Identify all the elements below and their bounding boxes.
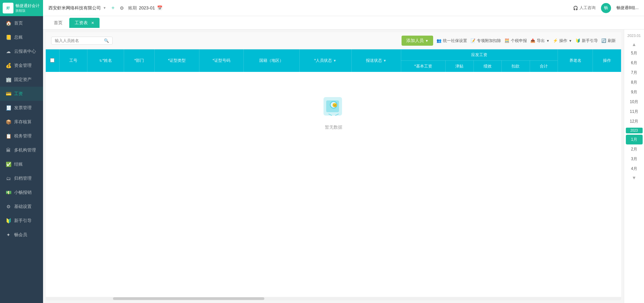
th-status: *人员状态 ▼ — [299, 49, 351, 72]
guide-toolbar-icon: 🔰 — [575, 38, 580, 43]
ledger-icon: 📒 — [5, 35, 11, 40]
th-dept: *部门 — [124, 49, 155, 72]
user-avatar: 畅 — [601, 3, 611, 13]
company-settings-icon[interactable]: ⚙ — [120, 5, 124, 11]
report-filter-icon[interactable]: ▼ — [383, 59, 386, 62]
sidebar-item-salary[interactable]: 💳 工资 — [0, 87, 43, 101]
sidebar-item-cloud-report[interactable]: ☁ 云报表中心 — [0, 44, 43, 58]
sidebar-item-tax[interactable]: 📋 税务管理 — [0, 129, 43, 143]
search-wrap[interactable]: 🔍 — [51, 37, 113, 45]
timeline-month-12[interactable]: 12月 — [626, 117, 643, 126]
page-wrapper: 🔍 添加人员 ▼ 👥 统一社保设置 📝 专项附加扣除 — [43, 30, 644, 303]
service-button[interactable]: 🎧 人工咨询 — [573, 5, 596, 11]
svg-text:😐: 😐 — [332, 102, 337, 107]
sidebar-item-guide[interactable]: 🔰 新手引导 — [0, 214, 43, 228]
invoice-icon: 🧾 — [5, 105, 11, 111]
sidebar-item-invoice[interactable]: 🧾 发票管理 — [0, 101, 43, 115]
social-security-icon: 👥 — [437, 38, 442, 43]
settle-icon: ✅ — [5, 162, 11, 167]
settings-icon: ⚙ — [5, 204, 11, 209]
special-deduction-icon: 📝 — [470, 38, 476, 43]
multi-org-icon: 🏛 — [5, 147, 11, 153]
timeline-month-9[interactable]: 9月 — [626, 87, 643, 97]
table-wrap: 工号 ⇅ *姓名 *部门 *证型类型 *证型号码 国籍（地区） — [46, 49, 621, 297]
sidebar-item-multi-org[interactable]: 🏛 多机构管理 — [0, 143, 43, 157]
status-filter-icon[interactable]: ▼ — [333, 59, 337, 62]
sidebar-item-inventory[interactable]: 📦 库存核算 — [0, 115, 43, 129]
timeline-month-2[interactable]: 2月 — [626, 144, 643, 154]
guide-button[interactable]: 🔰 新手引导 — [575, 38, 598, 44]
th-total: 合计 — [530, 61, 558, 72]
th-performance: 绩效 — [473, 61, 502, 72]
tab-close-icon[interactable]: ✕ — [91, 21, 94, 25]
table-scrollbar-thumb — [113, 297, 264, 300]
toolbar-right: 添加人员 ▼ 👥 统一社保设置 📝 专项附加扣除 🧮 个税申报 — [402, 36, 616, 46]
tab-home[interactable]: 首页 — [48, 18, 68, 28]
toolbar: 🔍 添加人员 ▼ 👥 统一社保设置 📝 专项附加扣除 — [46, 32, 621, 49]
th-deduction: 扣款 — [502, 61, 530, 72]
operations-button[interactable]: ⚡ 操作 ▼ — [553, 38, 572, 44]
social-security-button[interactable]: 👥 统一社保设置 — [437, 38, 467, 44]
th-id-type: *证型类型 — [155, 49, 199, 72]
tab-salary-table[interactable]: 工资表 ✕ — [69, 18, 100, 28]
export-arrow-icon: ▼ — [546, 39, 550, 43]
period-value: 2023-01 — [139, 5, 155, 10]
timeline-month-4[interactable]: 4月 — [626, 164, 643, 174]
logo-icon: 好 — [3, 3, 13, 13]
calendar-icon[interactable]: 📅 — [157, 5, 162, 10]
select-all-checkbox[interactable] — [50, 58, 54, 62]
inventory-icon: 📦 — [5, 119, 11, 125]
refresh-icon: 🔄 — [601, 38, 606, 43]
expense-icon: 💵 — [5, 190, 11, 195]
fund-icon: 💰 — [5, 63, 11, 68]
add-company-button[interactable]: ＋ — [110, 4, 116, 11]
sidebar-item-home[interactable]: 🏠 首页 — [0, 16, 43, 30]
timeline-month-11[interactable]: 11月 — [626, 107, 643, 117]
home-icon: 🏠 — [5, 20, 11, 26]
topbar-right: 🎧 人工咨询 畅 畅捷通B组... — [573, 3, 639, 13]
timeline-month-8[interactable]: 8月 — [626, 78, 643, 87]
export-button[interactable]: 📤 导出 ▼ — [530, 38, 550, 44]
personal-tax-icon: 🧮 — [504, 38, 509, 43]
timeline-month-1[interactable]: 1月 — [626, 135, 643, 144]
sidebar-item-member[interactable]: ✦ 畅会员 — [0, 228, 43, 242]
company-selector[interactable]: 西安虾米网络科技有限公司 ▼ — [48, 5, 106, 11]
timeline-panel: 2023.01 ▲ 5月 6月 7月 8月 9月 10月 11月 12月 202… — [624, 30, 644, 303]
operations-icon: ⚡ — [553, 38, 558, 43]
sidebar-item-ledger[interactable]: 📒 总账 — [0, 30, 43, 44]
sidebar-item-fund[interactable]: 💰 资金管理 — [0, 58, 43, 73]
timeline-month-7[interactable]: 7月 — [626, 68, 643, 78]
empty-state: 😐 暂无数据 — [46, 72, 621, 150]
add-person-button[interactable]: 添加人员 ▼ — [402, 36, 433, 46]
refresh-button[interactable]: 🔄 刷新 — [601, 38, 616, 44]
personal-tax-button[interactable]: 🧮 个税申报 — [504, 38, 527, 44]
timeline-month-3[interactable]: 3月 — [626, 154, 643, 164]
sidebar-item-fixed-assets[interactable]: 🏢 固定资产 — [0, 73, 43, 87]
timeline-month-6[interactable]: 6月 — [626, 58, 643, 68]
th-report-status: 报送状态 ▼ — [351, 49, 401, 72]
export-icon: 📤 — [530, 38, 535, 43]
sidebar-item-archive[interactable]: 🗂 归档管理 — [0, 171, 43, 185]
sidebar-item-expense[interactable]: 💵 小畅报销 — [0, 185, 43, 200]
th-pension: 养老名 — [558, 49, 593, 72]
th-name: ⇅ *姓名 — [87, 49, 124, 72]
empty-icon: 😐 — [320, 92, 347, 119]
table-header-top-row: 工号 ⇅ *姓名 *部门 *证型类型 *证型号码 国籍（地区） — [46, 49, 621, 61]
th-number: 工号 — [59, 49, 87, 72]
timeline-month-5[interactable]: 5月 — [626, 48, 643, 58]
search-icon: 🔍 — [104, 38, 109, 43]
th-ops: 操作 — [593, 49, 621, 72]
timeline-nav-up[interactable]: ▲ — [626, 40, 643, 48]
timeline-month-10[interactable]: 10月 — [626, 97, 643, 107]
logo-text: 畅捷通好会计 旗舰版 — [15, 3, 40, 13]
th-checkbox[interactable] — [46, 49, 59, 72]
guide-icon: 🔰 — [5, 218, 11, 223]
table-scrollbar[interactable] — [46, 297, 621, 300]
sidebar-item-settings[interactable]: ⚙ 基础设置 — [0, 200, 43, 214]
topbar: 西安虾米网络科技有限公司 ▼ ＋ ⚙ 账期 2023-01 📅 🎧 人工咨询 畅… — [43, 0, 644, 16]
logo: 好 畅捷通好会计 旗舰版 — [0, 0, 43, 16]
sidebar-item-settle[interactable]: ✅ 结账 — [0, 157, 43, 171]
special-deduction-button[interactable]: 📝 专项附加扣除 — [470, 38, 501, 44]
timeline-nav-down[interactable]: ▼ — [626, 174, 643, 182]
search-input[interactable] — [55, 38, 102, 43]
